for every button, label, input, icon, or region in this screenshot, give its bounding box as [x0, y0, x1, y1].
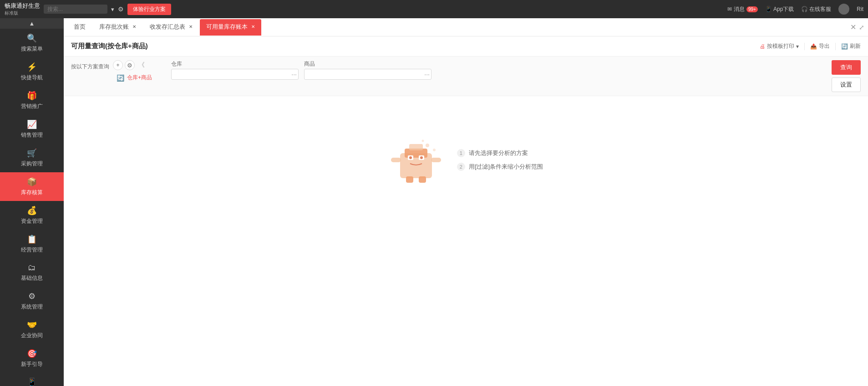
topbar: 畅康通好生意 标准版 ▾ ⚙ 体验行业方案 ✉ 消息 99+ 📱 App下载 🎧… — [0, 0, 868, 18]
search-dropdown-icon[interactable]: ▾ — [111, 6, 114, 13]
empty-tips: 1 请先选择要分析的方案 2 用[过滤]条件来缩小分析范围 — [457, 149, 543, 171]
app-logo: 畅康通好生意 标准版 — [5, 2, 40, 16]
message-label: 消息 — [734, 5, 745, 13]
goods-input-wrap: ··· — [304, 69, 431, 80]
basic-info-icon: 🗂 — [28, 263, 36, 273]
print-label: 按模板打印 — [767, 42, 794, 50]
page-title: 可用量查询(按仓库+商品) — [71, 42, 148, 51]
scheme-label: 仓库+商品 — [127, 74, 152, 82]
topbar-right: ✉ 消息 99+ 📱 App下载 🎧 在线客服 Rit — [727, 4, 863, 15]
scheme-rotate-icon: 🔄 — [117, 74, 124, 82]
sidebar-item-search-menu[interactable]: 🔍 搜索菜单 — [0, 29, 64, 57]
tab-home[interactable]: 首页 — [67, 19, 92, 36]
warehouse-more-button[interactable]: ··· — [291, 71, 297, 78]
inventory-icon: 📦 — [27, 177, 37, 187]
tip-text-2: 用[过滤]条件来缩小分析范围 — [469, 163, 543, 171]
export-button[interactable]: 📤 导出 — [810, 42, 830, 50]
tab-available-qty[interactable]: 可用量库存账本 ✕ — [200, 19, 261, 36]
online-service-button[interactable]: 🎧 在线客服 — [801, 5, 831, 13]
svg-rect-7 — [391, 158, 401, 162]
warehouse-input[interactable] — [171, 69, 299, 80]
tab-available-qty-label: 可用量库存账本 — [206, 23, 248, 31]
system-icon: ⚙ — [28, 291, 36, 301]
column-settings-button[interactable]: 设置 — [832, 77, 861, 92]
sidebar-item-quick-nav[interactable]: ⚡ 快捷导航 — [0, 57, 64, 86]
content-area: 首页 库存批次账 ✕ 收发存汇总表 ✕ 可用量库存账本 ✕ ✕ ⤢ 可用量查询(… — [64, 18, 868, 386]
cooperation-icon: 🤝 — [27, 320, 37, 330]
finance-icon: 💰 — [27, 206, 37, 216]
add-scheme-button[interactable]: + — [113, 60, 123, 70]
topbar-search-input[interactable] — [44, 5, 107, 14]
goods-field: 商品 ··· — [304, 60, 431, 80]
empty-box-svg — [389, 133, 443, 187]
filter-area-label: 按以下方案查询 — [71, 63, 109, 71]
search-menu-icon: 🔍 — [27, 33, 37, 43]
print-dropdown-icon[interactable]: ▾ — [796, 43, 799, 50]
sidebar-item-purchase[interactable]: 🛒 采购管理 — [0, 144, 64, 172]
tab-batch-ledger-close[interactable]: ✕ — [132, 24, 136, 29]
collapse-scheme-icon[interactable]: 《 — [138, 61, 145, 69]
page-content: 可用量查询(按仓库+商品) 🖨 按模板打印 ▾ 📤 导出 🔄 — [64, 36, 868, 386]
sidebar-label-search-menu: 搜索菜单 — [21, 45, 43, 53]
empty-state: 1 请先选择要分析的方案 2 用[过滤]条件来缩小分析范围 — [64, 96, 868, 224]
sidebar-item-inventory[interactable]: 📦 库存核算 — [0, 172, 64, 201]
scheme-item-warehouse-goods[interactable]: 🔄 仓库+商品 — [113, 72, 168, 83]
tabs-expand-button[interactable]: ⤢ — [859, 24, 864, 31]
sidebar: ▲ 🔍 搜索菜单 ⚡ 快捷导航 🎁 营销推广 📈 销售管理 🛒 采购管理 📦 库… — [0, 18, 64, 386]
page-header-actions: 🖨 按模板打印 ▾ 📤 导出 🔄 刷新 — [760, 42, 861, 50]
industry-solution-button[interactable]: 体验行业方案 — [127, 4, 171, 15]
sidebar-item-system[interactable]: ⚙ 系统管理 — [0, 287, 64, 315]
filter-inputs: 仓库 ··· 商品 ··· — [171, 60, 828, 80]
app-download-button[interactable]: 📱 App下载 — [765, 5, 794, 13]
sidebar-item-sales[interactable]: 📈 销售管理 — [0, 115, 64, 144]
tab-collect-summary-close[interactable]: ✕ — [189, 24, 193, 29]
print-template-button[interactable]: 🖨 按模板打印 ▾ — [760, 42, 799, 50]
settings-icon[interactable]: ⚙ — [118, 5, 124, 13]
message-icon: ✉ — [727, 6, 732, 12]
goods-more-button[interactable]: ··· — [424, 71, 430, 78]
empty-illustration — [389, 133, 443, 187]
tab-collect-summary-label: 收发存汇总表 — [150, 23, 185, 31]
tip-item-1: 1 请先选择要分析的方案 — [457, 149, 543, 157]
sidebar-item-newbie[interactable]: 🎯 新手引导 — [0, 344, 64, 373]
refresh-label: 刷新 — [850, 42, 861, 50]
message-button[interactable]: ✉ 消息 99+ — [727, 5, 758, 13]
tabs-bar: 首页 库存批次账 ✕ 收发存汇总表 ✕ 可用量库存账本 ✕ ✕ ⤢ — [64, 18, 868, 36]
right-action-buttons: 查询 设置 — [832, 60, 861, 92]
svg-point-6 — [420, 156, 423, 159]
page-header: 可用量查询(按仓库+商品) 🖨 按模板打印 ▾ 📤 导出 🔄 — [64, 36, 868, 57]
tab-batch-ledger[interactable]: 库存批次账 ✕ — [93, 19, 142, 36]
tab-collect-summary[interactable]: 收发存汇总表 ✕ — [143, 19, 199, 36]
svg-rect-10 — [419, 176, 426, 183]
settings-scheme-button[interactable]: ⚙ — [125, 60, 135, 70]
goods-input[interactable] — [304, 69, 431, 80]
app-name: 畅康通好生意 — [5, 2, 40, 10]
svg-rect-9 — [406, 176, 413, 183]
message-badge: 99+ — [746, 6, 758, 12]
warehouse-input-wrap: ··· — [171, 69, 299, 80]
sidebar-label-finance: 资金管理 — [21, 217, 43, 225]
filter-schemes: + ⚙ 《 🔄 仓库+商品 — [113, 60, 168, 83]
refresh-button[interactable]: 🔄 刷新 — [841, 42, 861, 50]
query-button[interactable]: 查询 — [832, 60, 861, 75]
tab-available-qty-close[interactable]: ✕ — [251, 24, 255, 29]
sidebar-item-cooperation[interactable]: 🤝 企业协同 — [0, 315, 64, 344]
tab-home-label: 首页 — [74, 23, 86, 31]
sidebar-item-marketing[interactable]: 🎁 营销推广 — [0, 86, 64, 115]
svg-point-13 — [421, 140, 424, 142]
refresh-icon: 🔄 — [841, 43, 848, 50]
tip-text-1: 请先选择要分析的方案 — [469, 149, 528, 157]
sidebar-scroll-up[interactable]: ▲ — [0, 18, 64, 29]
app-center-icon: 📱 — [27, 377, 37, 386]
sidebar-item-finance[interactable]: 💰 资金管理 — [0, 201, 64, 230]
sidebar-label-quick-nav: 快捷导航 — [21, 74, 43, 82]
sidebar-item-basic-info[interactable]: 🗂 基础信息 — [0, 258, 64, 287]
marketing-icon: 🎁 — [27, 91, 37, 101]
sidebar-item-app-center[interactable]: 📱 应用中心 — [0, 373, 64, 386]
svg-point-12 — [433, 149, 436, 151]
export-icon: 📤 — [810, 43, 817, 50]
user-avatar[interactable] — [838, 4, 849, 15]
tabs-close-all-button[interactable]: ✕ — [850, 23, 856, 31]
sidebar-item-business[interactable]: 📋 经营管理 — [0, 230, 64, 258]
sidebar-label-marketing: 营销推广 — [21, 103, 43, 110]
